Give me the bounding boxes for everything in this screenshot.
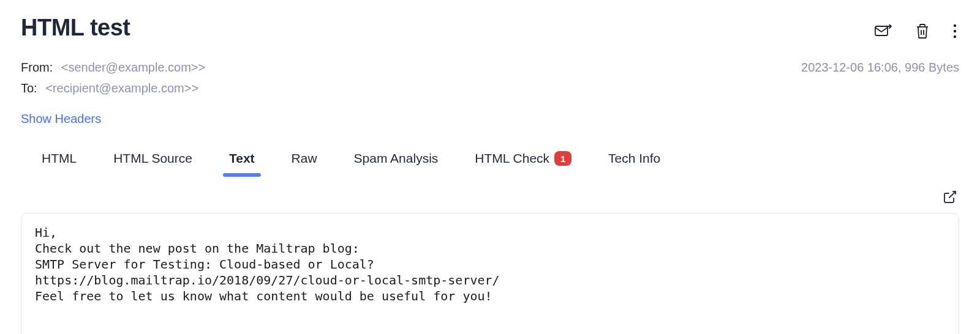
svg-point-2 (954, 30, 956, 32)
tab-raw[interactable]: Raw (292, 151, 317, 176)
popout-button[interactable] (941, 188, 959, 208)
tab-html[interactable]: HTML (42, 151, 77, 176)
tab-tech-info[interactable]: Tech Info (608, 151, 660, 176)
tab-spam-analysis[interactable]: Spam Analysis (354, 151, 439, 176)
email-text-content: Hi, Check out the new post on the Mailtr… (21, 213, 959, 334)
from-value: <sender@example.com>> (61, 61, 205, 74)
forward-button[interactable] (872, 22, 894, 42)
badge: 1 (554, 151, 571, 166)
header-actions (872, 15, 959, 43)
tab-bar: HTML HTML Source Text Raw Spam Analysis … (21, 151, 959, 176)
svg-point-3 (954, 35, 956, 38)
more-vertical-icon (953, 24, 957, 40)
tab-label: Text (229, 151, 255, 166)
from-label: From: (21, 61, 53, 74)
tab-label: Raw (292, 151, 317, 166)
svg-point-1 (954, 24, 956, 27)
page-title: HTML test (21, 15, 130, 41)
external-link-icon (943, 190, 957, 206)
tab-text[interactable]: Text (229, 151, 255, 176)
tab-label: HTML (42, 151, 77, 166)
timestamp: 2023-12-06 16:06, 996 Bytes (801, 57, 959, 78)
tab-label: Tech Info (608, 151, 660, 166)
trash-icon (915, 23, 930, 41)
tab-label: HTML Check (475, 151, 549, 166)
tab-html-check[interactable]: HTML Check 1 (475, 151, 571, 176)
email-meta: From: <sender@example.com>> 2023-12-06 1… (21, 57, 959, 129)
more-button[interactable] (951, 21, 959, 43)
to-label: To: (21, 81, 37, 95)
mail-forward-icon (875, 24, 892, 40)
show-headers-link[interactable]: Show Headers (21, 108, 101, 129)
tab-label: HTML Source (113, 151, 192, 166)
to-value: <recipient@example.com>> (45, 81, 198, 95)
tab-label: Spam Analysis (354, 151, 439, 166)
svg-rect-0 (875, 26, 888, 35)
tab-html-source[interactable]: HTML Source (113, 151, 192, 176)
delete-button[interactable] (913, 21, 932, 43)
